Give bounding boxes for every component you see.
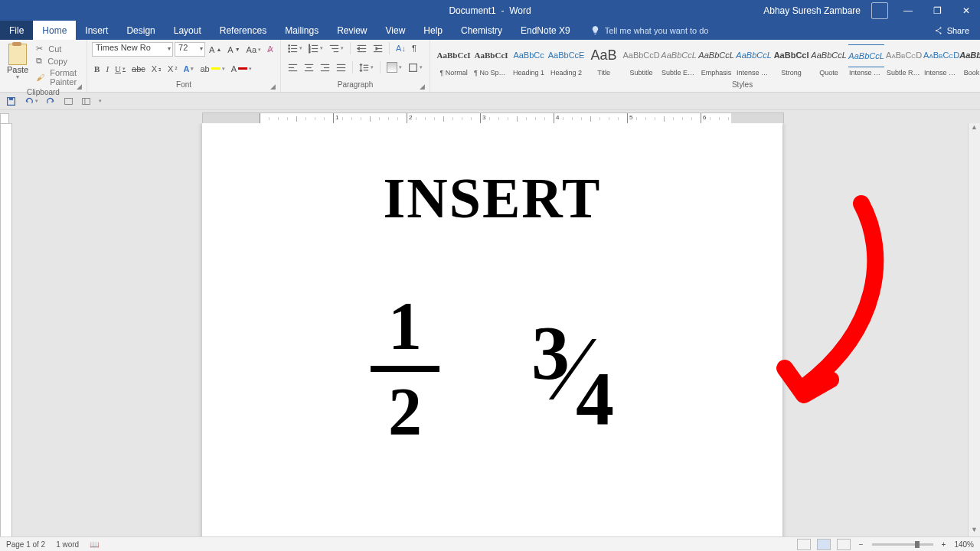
qat-extra1[interactable] (62, 96, 75, 107)
styles-gallery[interactable]: AaBbCcI¶ NormalAaBbCcI¶ No Spac...AaBbCc… (435, 42, 980, 79)
line-spacing-button[interactable]: ▾ (357, 62, 376, 73)
tab-review[interactable]: Review (328, 21, 376, 40)
bold-button[interactable]: B (92, 64, 102, 74)
format-painter-button[interactable]: 🖌 Format Painter (34, 67, 79, 87)
annotation-arrow (773, 192, 896, 422)
tab-insert[interactable]: Insert (76, 21, 117, 40)
style-item[interactable]: AaBbCcLEmphasis (697, 42, 735, 79)
change-case-button[interactable]: Aa▾ (244, 44, 263, 55)
vertical-ruler[interactable] (0, 123, 12, 537)
qat-extra2[interactable] (80, 96, 93, 107)
vertical-scrollbar[interactable]: ▲ ▼ (968, 123, 980, 537)
style-item[interactable]: AaBbCcDSubtle Ref... (885, 42, 923, 79)
style-item[interactable]: AaBbCcDBook Title (960, 42, 980, 79)
increase-font-button[interactable]: A▲ (207, 44, 224, 55)
style-item[interactable]: AaBTitle (585, 42, 622, 79)
tab-help[interactable]: Help (414, 21, 452, 40)
paste-button[interactable]: Paste ▼ (5, 42, 31, 81)
zoom-in-button[interactable]: + (939, 540, 949, 549)
style-item[interactable]: AaBbCcEHeading 2 (547, 42, 585, 79)
bullets-button[interactable]: ▾ (286, 43, 305, 54)
sort-button[interactable]: A↓ (394, 43, 408, 54)
strikethrough-button[interactable]: abc (129, 64, 148, 74)
tab-view[interactable]: View (377, 21, 415, 40)
align-right-button[interactable] (318, 62, 332, 73)
align-center-button[interactable] (302, 62, 316, 73)
borders-button[interactable]: ▾ (406, 62, 425, 73)
tab-home[interactable]: Home (33, 21, 76, 40)
align-left-button[interactable] (286, 62, 300, 73)
style-item[interactable]: AaBbCcLIntense E... (735, 42, 773, 79)
tab-file[interactable]: File (0, 21, 33, 40)
svg-point-3 (289, 44, 290, 46)
qat-customize[interactable]: ▾ (97, 97, 103, 105)
tab-chemistry[interactable]: Chemistry (452, 21, 511, 40)
print-layout-button[interactable] (817, 539, 831, 550)
cut-button[interactable]: ✂ Cut (34, 43, 79, 54)
justify-button[interactable] (334, 62, 348, 73)
svg-rect-43 (83, 98, 90, 104)
font-size-combo[interactable]: 72▾ (175, 42, 205, 57)
style-item[interactable]: AaBbCcLIntense Q... (848, 42, 885, 79)
style-item[interactable]: AaBbCcLQuote (810, 42, 848, 79)
clipboard-launcher[interactable]: ◢ (77, 83, 84, 90)
italic-button[interactable]: I (103, 64, 111, 74)
group-label-styles: Styles (435, 80, 980, 91)
window-title: Document1 - Word (0, 5, 980, 16)
document-page[interactable]: INSERT 1 2 3 ⁄ 4 (202, 123, 782, 537)
font-family-combo[interactable]: Times New Ro▾ (92, 42, 173, 57)
ruler-corner[interactable] (0, 113, 9, 124)
clear-formatting-button[interactable]: A̷ (265, 44, 276, 55)
svg-point-0 (936, 30, 937, 31)
share-button[interactable]: Share (934, 26, 980, 35)
spellcheck-status[interactable]: 📖 (90, 540, 99, 549)
multilevel-list-button[interactable]: ▾ (327, 43, 346, 54)
word-count[interactable]: 1 word (56, 540, 79, 549)
tell-me-search[interactable]: Tell me what you want to do (580, 25, 709, 35)
numbering-button[interactable]: 123▾ (306, 43, 325, 54)
undo-button[interactable]: ▾ (22, 96, 40, 107)
brush-icon: 🖌 (36, 73, 44, 82)
font-launcher[interactable]: ◢ (270, 83, 278, 90)
decrease-indent-button[interactable] (354, 43, 369, 54)
save-button[interactable] (5, 96, 18, 107)
decrease-font-button[interactable]: A▼ (225, 44, 242, 55)
page-indicator[interactable]: Page 1 of 2 (6, 540, 45, 549)
tab-endnote[interactable]: EndNote X9 (511, 21, 580, 40)
read-mode-button[interactable] (797, 539, 811, 550)
group-clipboard: Paste ▼ ✂ Cut ⧉ Copy 🖌 Format Painter Cl… (0, 40, 87, 92)
increase-indent-button[interactable] (371, 43, 385, 54)
web-layout-button[interactable] (837, 539, 851, 550)
show-marks-button[interactable]: ¶ (410, 43, 419, 54)
copy-button[interactable]: ⧉ Copy (34, 55, 79, 67)
style-item[interactable]: AaBbCcDIntense Re... (923, 42, 960, 79)
paragraph-launcher[interactable]: ◢ (420, 83, 427, 90)
highlight-color-button[interactable]: ab▾ (198, 64, 227, 74)
tab-references[interactable]: References (211, 21, 276, 40)
shading-button[interactable]: ▾ (384, 61, 404, 73)
zoom-out-button[interactable]: − (857, 540, 866, 549)
redo-button[interactable] (44, 96, 57, 107)
scroll-down[interactable]: ▼ (969, 526, 980, 537)
style-item[interactable]: AaBbCcHeading 1 (510, 42, 547, 79)
superscript-button[interactable]: X² (165, 64, 179, 74)
tab-layout[interactable]: Layout (165, 21, 211, 40)
style-item[interactable]: AaBbCcI¶ No Spac... (472, 42, 510, 79)
scroll-up[interactable]: ▲ (969, 123, 980, 135)
text-effects-button[interactable]: A▾ (181, 64, 196, 74)
fraction1-numerator: 1 (388, 292, 422, 360)
fraction2-numerator: 3 (531, 308, 570, 396)
tab-design[interactable]: Design (117, 21, 164, 40)
subscript-button[interactable]: X₂ (149, 64, 164, 74)
underline-button[interactable]: U▾ (113, 64, 128, 74)
svg-rect-41 (9, 97, 13, 99)
tab-mailings[interactable]: Mailings (276, 21, 328, 40)
zoom-level[interactable]: 140% (954, 540, 974, 549)
style-item[interactable]: AaBbCcDSubtitle (622, 42, 660, 79)
font-color-button[interactable]: A▾ (229, 64, 254, 74)
zoom-slider[interactable] (872, 543, 933, 546)
style-item[interactable]: AaBbCcI¶ Normal (435, 42, 472, 79)
style-item[interactable]: AaBbCcLSubtle Em... (660, 42, 697, 79)
ribbon: Paste ▼ ✂ Cut ⧉ Copy 🖌 Format Painter Cl… (0, 40, 980, 93)
style-item[interactable]: AaBbCcIStrong (773, 42, 810, 79)
